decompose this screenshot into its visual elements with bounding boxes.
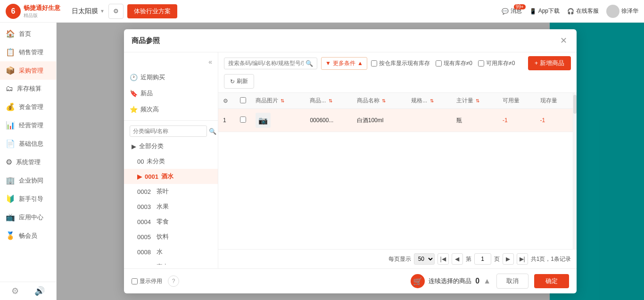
collapse-button[interactable]: « — [208, 58, 212, 66]
category-item-0004[interactable]: 0004 零食 — [124, 214, 218, 229]
sidebar-item-inventory[interactable]: 🗂 库存核算 — [0, 80, 56, 98]
modal-footer: 显示停用 ? 🛒 连续选择的商品 0 ▲ 取消 确定 — [124, 268, 577, 293]
message-icon: 💬 — [502, 8, 509, 15]
modal-overlay: 商品参照 ✕ « 🕐 近期购买 — [57, 23, 644, 300]
category-item-0005[interactable]: 0005 饮料 — [124, 229, 218, 244]
cart-area: 🛒 连续选择的商品 0 ▲ — [411, 274, 491, 288]
category-item-0008[interactable]: 0008 水 — [124, 244, 218, 259]
cart-icon-button[interactable]: 🛒 — [411, 274, 425, 288]
warehouse-display-checkbox[interactable] — [371, 60, 377, 67]
col-settings[interactable]: ⚙ — [218, 93, 235, 109]
product-table: ⚙ 商品图片 ⇅ 商品... — [218, 93, 573, 132]
left-panel: « 🕐 近期购买 🔖 新品 ⭐ 频次高 — [124, 52, 218, 268]
home-icon: 🏠 — [6, 29, 15, 38]
system-icon: ⚙ — [6, 158, 12, 167]
warehouse-display-label[interactable]: 按仓库显示现有库存 — [371, 59, 430, 67]
freq-icon: ⭐ — [130, 106, 138, 113]
product-reference-modal: 商品参照 ✕ « 🕐 近期购买 — [124, 29, 577, 293]
gear-button[interactable]: ⚙ — [108, 4, 124, 19]
sidebar-item-guide[interactable]: 🔰 新手引导 — [0, 190, 56, 208]
app-download-item[interactable]: 📱 App下载 — [529, 7, 560, 15]
col-image: 商品图片 ⇅ — [251, 93, 305, 109]
refresh-icon: ↻ — [230, 78, 235, 85]
table-body: 1 📷 000600... 白酒100ml — [218, 109, 573, 132]
nav-selector[interactable]: 日太阳膜 ▼ — [72, 7, 105, 16]
refresh-button[interactable]: ↻ 刷新 — [224, 74, 254, 89]
last-page-button[interactable]: ▶| — [517, 253, 528, 265]
new-product-item[interactable]: 🔖 新品 — [124, 85, 218, 101]
sidebar-item-sales[interactable]: 📋 销售管理 — [0, 43, 56, 61]
category-item-00[interactable]: 00 未分类 — [124, 154, 218, 169]
filter-up-icon: ▲ — [357, 60, 363, 67]
close-icon[interactable]: ✕ — [558, 35, 569, 46]
expand-arrow-icon: ▶ — [132, 143, 136, 150]
modal-header: 商品参照 ✕ — [124, 29, 577, 52]
service-item[interactable]: 🎧 在线客服 — [567, 7, 599, 15]
first-page-button[interactable]: |◀ — [438, 253, 449, 265]
new-icon: 🔖 — [130, 90, 138, 97]
all-category-item[interactable]: ▶ 全部分类 — [124, 139, 218, 154]
category-search-icon[interactable]: 🔍 — [209, 128, 216, 135]
col-unit: 主计量 ⇅ — [452, 93, 498, 109]
cart-collapse-icon[interactable]: ▲ — [483, 277, 491, 285]
product-search-input[interactable] — [228, 60, 304, 67]
show-disabled-checkbox[interactable] — [132, 278, 138, 284]
app-icon: 📱 — [529, 8, 537, 15]
sidebar-item-finance[interactable]: 💰 资金管理 — [0, 98, 56, 116]
prev-page-button[interactable]: ◀ — [452, 253, 463, 265]
basic-icon: 📄 — [6, 139, 15, 148]
settings-bottom-icon[interactable]: ⚙ — [11, 286, 19, 296]
sidebar-item-home[interactable]: 🏠 首页 — [0, 25, 56, 43]
sales-icon: 📋 — [6, 48, 15, 57]
row-select-checkbox[interactable] — [240, 117, 246, 123]
available-stock-checkbox[interactable] — [478, 60, 484, 67]
sort-icon-code: ⇅ — [329, 98, 332, 103]
sort-icon-unit: ⇅ — [476, 98, 479, 103]
sidebar-item-basic[interactable]: 📄 基础信息 — [0, 134, 56, 153]
sidebar-item-appcenter[interactable]: 📺 应用中心 — [0, 208, 56, 226]
sidebar-item-enterprise[interactable]: 🏢 企业协同 — [0, 171, 56, 190]
next-page-button[interactable]: ▶ — [503, 253, 514, 265]
sort-icon: ⇅ — [281, 98, 284, 103]
add-product-button[interactable]: + 新增商品 — [528, 56, 571, 70]
confirm-button[interactable]: 确定 — [534, 274, 569, 288]
col-stock: 现存量 — [536, 93, 573, 109]
recent-purchase-item[interactable]: 🕐 近期购买 — [124, 69, 218, 85]
cancel-button[interactable]: 取消 — [496, 274, 528, 289]
checkbox-row: 按仓库显示现有库存 现有库存≠0 可用库存≠0 — [371, 59, 515, 67]
sidebar-item-purchase[interactable]: 📦 采购管理 — [0, 61, 56, 80]
sidebar-item-system[interactable]: ⚙ 系统管理 — [0, 153, 56, 171]
filter-button[interactable]: ▼ 更多条件 ▲ — [321, 57, 367, 70]
category-search-input[interactable] — [130, 125, 207, 137]
right-scrollbar[interactable] — [573, 93, 577, 249]
existing-stock-label[interactable]: 现有库存≠0 — [436, 59, 472, 67]
row-available: -1 — [498, 109, 535, 132]
existing-stock-checkbox[interactable] — [436, 60, 442, 67]
high-frequency-item[interactable]: ⭐ 频次高 — [124, 101, 218, 117]
message-item[interactable]: 💬 消息 99+ — [502, 7, 522, 15]
category-item-0001[interactable]: ▶ 0001 酒水 — [124, 169, 218, 184]
user-item[interactable]: 徐泽华 — [606, 5, 638, 18]
help-button[interactable]: ? — [168, 275, 179, 287]
volume-icon[interactable]: 🔊 — [34, 286, 45, 296]
sidebar-item-member[interactable]: 🏅 畅会员 — [0, 226, 56, 245]
category-item-0002[interactable]: 0002 茶叶 — [124, 184, 218, 199]
sidebar-item-operation[interactable]: 📊 经营管理 — [0, 116, 56, 134]
trial-button[interactable]: 体验行业方案 — [127, 4, 177, 18]
modal-title: 商品参照 — [132, 36, 160, 45]
left-panel-header: « — [124, 56, 218, 69]
show-disabled-area: 显示停用 — [132, 277, 162, 285]
main-layout: 🏠 首页 📋 销售管理 📦 采购管理 🗂 库存核算 💰 资金管理 📊 经营管理 … — [0, 23, 644, 300]
per-page-select[interactable]: 50 — [414, 253, 435, 265]
table-row[interactable]: 1 📷 000600... 白酒100ml — [218, 109, 573, 132]
modal-body: « 🕐 近期购买 🔖 新品 ⭐ 频次高 — [124, 52, 577, 268]
col-code: 商品... ⇅ — [305, 93, 352, 109]
nav-right: 💬 消息 99+ 📱 App下载 🎧 在线客服 徐泽华 — [502, 5, 638, 18]
search-icon[interactable]: 🔍 — [305, 60, 313, 67]
select-all-checkbox[interactable] — [240, 97, 246, 103]
available-stock-label[interactable]: 可用库存≠0 — [478, 59, 515, 67]
category-item-0003[interactable]: 0003 水果 — [124, 199, 218, 214]
category-item-0010[interactable]: 0010 家电 — [124, 259, 218, 265]
page-number-input[interactable] — [474, 253, 491, 265]
content-area: 商品参照 ✕ « 🕐 近期购买 — [57, 23, 644, 300]
